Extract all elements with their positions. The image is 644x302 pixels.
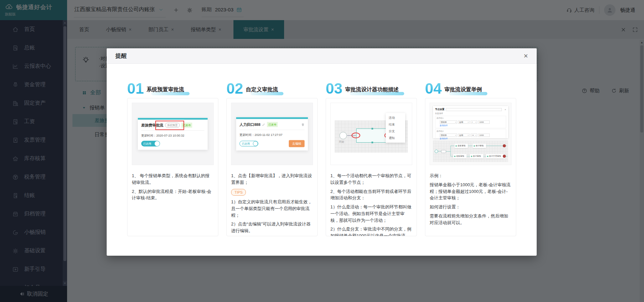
end-node bbox=[503, 144, 506, 147]
start-node-label: 开始 bbox=[339, 140, 344, 144]
modal-title: 提醒 bbox=[115, 52, 127, 60]
column-paragraph: 1、 每个报销单类型，系统会有默认的报销审批流。 bbox=[132, 172, 214, 186]
modal-header: 提醒 × bbox=[107, 48, 537, 64]
column-paragraph: 示例： bbox=[430, 172, 512, 179]
column-number: 02 bbox=[226, 82, 243, 96]
node-type-menu: 活动 结束 分支 通知 bbox=[386, 113, 405, 143]
column-paragraph: 1、点击【新增审批流】，进入到审批流设置界面； bbox=[231, 172, 313, 186]
enabled-toggle: 已启用 bbox=[141, 141, 160, 147]
dialog-title: 节点设置 bbox=[435, 108, 444, 111]
title-swoosh bbox=[449, 92, 487, 95]
preview-custom-flow: 人力归口888 已发布 更新时间：2020-11-02 17:27:07 已启用 bbox=[231, 103, 313, 165]
column-setup-example: 04 审批流设置举例 节点设置 × 分支条件 条 bbox=[425, 79, 516, 236]
column-paragraph: 1、每一个活动都代表一个审核的节点，可以设置多个节点； bbox=[330, 172, 412, 186]
column-custom-flow: 02 自定义审批流 人力归口888 已发布 bbox=[226, 79, 318, 236]
reminder-modal: 提醒 × 01 系统预置审批流 差旅费审批流 bbox=[107, 48, 537, 256]
node-settings-dialog: 节点设置 × 分支条件 条件组1 报销单▾ 金额▾ <▾ bbox=[433, 106, 508, 138]
flow-node: 会计审核 bbox=[470, 154, 483, 158]
column-number: 04 bbox=[425, 82, 442, 96]
column-paragraph: 1）什么是活动：每一个审批的环节都叫做一个活动。例如当前环节是会计主管审核，那就… bbox=[330, 204, 412, 223]
column-title: 系统预置审批流 bbox=[147, 87, 184, 92]
preview-preset-flow: 差旅费审批流 系统预置 已发布 更新时间：2020-07-23 10:00:32… bbox=[132, 103, 214, 165]
title-swoosh bbox=[350, 92, 404, 95]
node-handle bbox=[372, 128, 373, 130]
section-label: 分支条件 bbox=[435, 112, 506, 115]
update-time: 更新时间：2020-11-02 17:27:07 bbox=[239, 133, 305, 137]
update-time: 更新时间：2020-07-23 10:00:32 bbox=[141, 134, 204, 138]
app-window: 畅捷通好会计 旗舰版 江西服宝精品有限责任公司内账张 账期 2023-03 人工… bbox=[0, 0, 644, 302]
go-edit-button: 去编辑 bbox=[289, 140, 305, 147]
column-paragraph: 1）自定义的审批流只有启用后才能生效，且一个单据类型只能有一个启用的审批流程； bbox=[231, 199, 313, 218]
add-condition-link: 新增条件 bbox=[440, 124, 505, 127]
group-label: 条件组2 bbox=[436, 130, 505, 133]
column-number: 01 bbox=[127, 82, 144, 96]
dialog-input bbox=[446, 108, 502, 111]
column-card: 人力归口888 已发布 更新时间：2020-11-02 17:27:07 已启用 bbox=[226, 98, 318, 236]
enabled-toggle: 已启用 bbox=[239, 141, 258, 147]
flow-node: 老板审核 bbox=[453, 154, 467, 158]
flow-node: 会计主管审核 bbox=[486, 154, 503, 158]
menu-item-end: 结束 bbox=[386, 121, 405, 128]
title-swoosh bbox=[151, 92, 190, 95]
column-card: 差旅费审批流 系统预置 已发布 更新时间：2020-07-23 10:00:32… bbox=[127, 98, 218, 236]
title-swoosh bbox=[251, 92, 283, 95]
column-paragraph: 2）点击“去编辑”可以进入到审批流设计器进行编辑。 bbox=[231, 221, 313, 234]
preview-example: 节点设置 × 分支条件 条件组1 报销单▾ 金额▾ <▾ bbox=[430, 103, 512, 165]
red-arrow-annotation bbox=[231, 149, 239, 158]
branch-node bbox=[441, 150, 446, 153]
column-text: 1、每一个活动都代表一个审核的节点，可以设置多个节点； 2、每个活动都能在当前环… bbox=[326, 169, 417, 236]
start-node bbox=[435, 150, 438, 153]
close-icon: × bbox=[504, 108, 506, 111]
condition-op-select: <▾ bbox=[471, 120, 477, 124]
menu-item-branch: 分支 bbox=[386, 128, 405, 135]
column-title: 审批流设置举例 bbox=[444, 87, 482, 92]
condition-value-input: 1000 bbox=[478, 134, 490, 137]
column-text: 1、 每个报销单类型，系统会有默认的报销审批流。 2、默认的审批流程是：开始-老… bbox=[127, 169, 218, 207]
tips-badge: TIPS bbox=[231, 189, 246, 196]
red-circle-annotation bbox=[352, 133, 360, 138]
designer-canvas: 开始 + 活动 结束 分支 bbox=[335, 120, 408, 153]
condition-field-select: 报销单▾ bbox=[440, 120, 457, 124]
mini-card-title: 人力归口888 bbox=[239, 122, 260, 127]
modal-close-icon[interactable]: × bbox=[524, 52, 528, 60]
column-title: 自定义审批流 bbox=[246, 87, 278, 92]
published-badge: 已发布 bbox=[267, 122, 278, 127]
condition-attr-select: 金额▾ bbox=[458, 120, 470, 124]
column-preset-flow: 01 系统预置审批流 差旅费审批流 系统预置 已发布 bbox=[127, 79, 218, 236]
condition-op-select: >=▾ bbox=[471, 134, 477, 137]
condition-field-select: 报销单▾ bbox=[440, 134, 457, 137]
column-text: 示例： 报销单金额小于1000元，老板-会计审核流程；报销单金额超过1000元，… bbox=[425, 169, 516, 232]
menu-item-activity: 活动 bbox=[386, 114, 405, 121]
column-paragraph: 2、每个活动都能在当前环节前或者环节后增加活动和分支： bbox=[330, 188, 412, 202]
trash-icon bbox=[301, 123, 305, 126]
red-highlight-annotation bbox=[155, 121, 184, 130]
column-paragraph: 2）什么是分支：审批流中不同的分支，例如报销单金额1000元以内是一个审批流程；… bbox=[330, 226, 412, 236]
condition-group: 条件组2 报销单▾ 金额▾ >=▾ 1000 新增条件 bbox=[435, 129, 506, 141]
condition-value-input: 1000 bbox=[478, 120, 490, 124]
pencil-icon bbox=[262, 123, 265, 126]
column-paragraph: 2、默认的审批流程是：开始-老板审核-会计审核-结束。 bbox=[132, 188, 214, 202]
column-paragraph: 报销单金额小于1000元，老板-会计审核流程；报销单金额超过1000元，老板-会… bbox=[430, 182, 512, 201]
start-node bbox=[339, 132, 347, 139]
condition-attr-select: 金额▾ bbox=[458, 134, 470, 137]
modal-body: 01 系统预置审批流 差旅费审批流 系统预置 已发布 bbox=[107, 64, 537, 236]
group-label: 条件组1 bbox=[436, 117, 505, 120]
flow-node: 老板审核 bbox=[454, 144, 468, 148]
column-text: 1、点击【新增审批流】，进入到审批流设置界面； TIPS 1）自定义的审批流只有… bbox=[227, 169, 317, 236]
selected-activity-node bbox=[356, 129, 388, 143]
flow-node: 会计审核 bbox=[473, 144, 486, 148]
example-flow-canvas: 老板审核 会计审核 老板审核 会计审核 会计主管审核 bbox=[433, 141, 508, 162]
add-condition-link: 新增条件 bbox=[440, 137, 505, 140]
node-handle bbox=[372, 142, 373, 143]
column-designer-features: 03 审批流设计器功能描述 开始 bbox=[326, 79, 417, 236]
column-paragraph: 需要在流程前先增加分支条件，然后增加对应活动就可以。 bbox=[430, 213, 512, 226]
column-card: 节点设置 × 分支条件 条件组1 报销单▾ 金额▾ <▾ bbox=[425, 98, 516, 236]
end-node bbox=[503, 155, 506, 158]
preview-designer: 开始 + 活动 结束 分支 bbox=[330, 103, 412, 165]
menu-item-notify: 通知 bbox=[386, 135, 405, 141]
column-paragraph: 如何进行设置： bbox=[430, 204, 512, 210]
column-number: 03 bbox=[326, 82, 342, 96]
column-card: 开始 + 活动 结束 分支 bbox=[326, 98, 417, 236]
condition-group: 条件组1 报销单▾ 金额▾ <▾ 1000 新增条件 bbox=[435, 116, 506, 128]
column-title: 审批流设计器功能描述 bbox=[345, 87, 399, 92]
